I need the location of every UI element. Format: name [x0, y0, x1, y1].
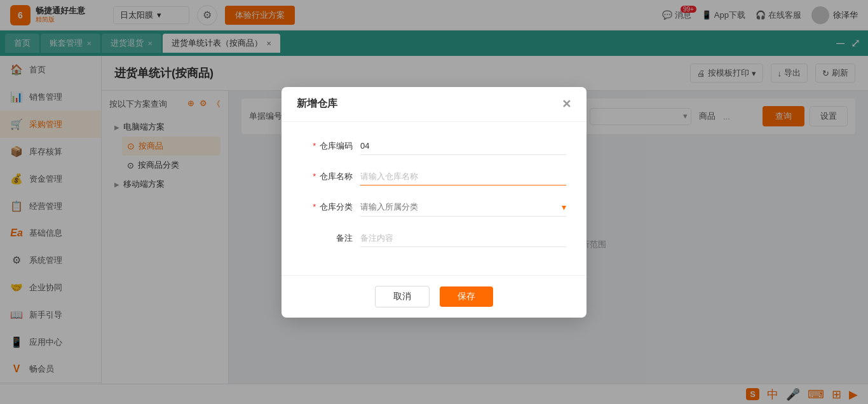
form-input-remark[interactable]	[360, 229, 566, 247]
modal-body: * 仓库编码 * 仓库名称 * 仓库分类	[281, 122, 587, 275]
form-row-code: * 仓库编码	[302, 137, 566, 155]
form-select-category-input[interactable]	[360, 202, 562, 212]
chevron-category-icon: ▾	[562, 202, 566, 212]
form-row-remark: 备注	[302, 229, 566, 247]
modal-add-warehouse: 新增仓库 ✕ * 仓库编码 * 仓库名称	[281, 87, 587, 318]
modal-title: 新增仓库	[297, 97, 337, 111]
cancel-button[interactable]: 取消	[375, 286, 430, 307]
save-button[interactable]: 保存	[440, 286, 493, 307]
modal-overlay[interactable]: 新增仓库 ✕ * 仓库编码 * 仓库名称	[0, 0, 868, 404]
form-select-category[interactable]: ▾	[360, 198, 566, 217]
modal-close-button[interactable]: ✕	[562, 97, 571, 111]
form-input-code[interactable]	[360, 137, 566, 155]
form-label-name: * 仓库名称	[302, 171, 353, 182]
form-label-category: * 仓库分类	[302, 201, 353, 213]
form-input-name[interactable]	[360, 168, 566, 185]
form-label-remark: 备注	[302, 232, 353, 244]
modal-header: 新增仓库 ✕	[281, 87, 587, 122]
form-row-category: * 仓库分类 ▾	[302, 198, 566, 217]
modal-footer: 取消 保存	[281, 275, 587, 318]
form-row-name: * 仓库名称	[302, 168, 566, 185]
form-label-code: * 仓库编码	[302, 140, 353, 152]
